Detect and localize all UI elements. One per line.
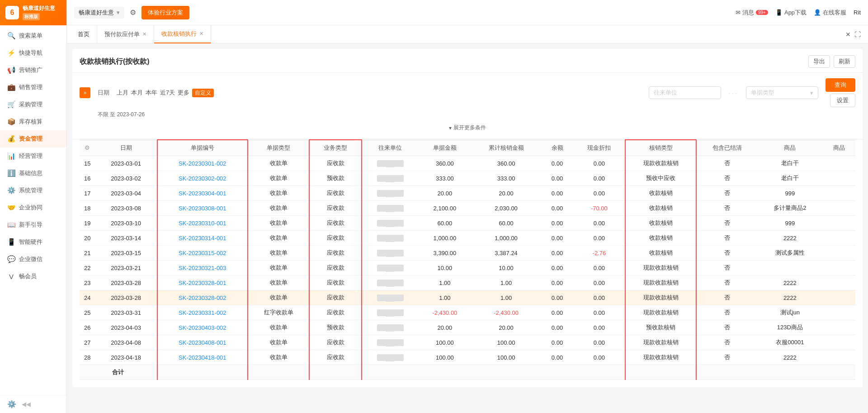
table-row: 28 2023-04-18 SK-20230418-001 收款单 应收款 ██…	[80, 350, 855, 365]
cell-amount: 1,000.00	[418, 231, 472, 246]
settings-button[interactable]: 设置	[830, 94, 855, 107]
cell-product1: 老白干	[757, 156, 823, 171]
this-year-btn[interactable]: 本年	[146, 89, 157, 97]
expand-more-conditions[interactable]: ▾ 展开更多条件	[80, 122, 855, 133]
cell-include-settled: 否	[696, 350, 757, 365]
app-download-button[interactable]: 📱 App下载	[775, 9, 807, 17]
cell-cash-discount: 0.00	[574, 261, 626, 275]
cell-cumulative: 20.00	[472, 186, 541, 201]
sidebar-item-purchase[interactable]: 🛒采购管理	[0, 96, 66, 113]
voucher-no-link[interactable]: SK-20230315-002	[179, 250, 226, 256]
gear-icon[interactable]: ⚙	[130, 8, 136, 17]
voucher-type-select[interactable]: 单据类型 ▾	[746, 86, 818, 99]
company-selector[interactable]: 畅康道好生意 ▾	[74, 7, 124, 19]
voucher-no-link[interactable]: SK-20230328-001	[179, 280, 226, 286]
sidebar-item-member[interactable]: V畅会员	[0, 268, 66, 285]
cell-product1: 123D商品	[757, 320, 823, 335]
cell-voucher-type: 收款单	[248, 231, 310, 246]
cell-amount: 20.00	[418, 186, 472, 201]
cell-amount: 1.00	[418, 275, 472, 290]
sidebar-item-inventory[interactable]: 📦库存核算	[0, 113, 66, 130]
fullscreen-icon[interactable]: ⛶	[854, 31, 861, 38]
settings-icon[interactable]: ⚙️	[7, 400, 16, 408]
cell-product2	[823, 290, 855, 305]
cell-partner: ██	[362, 186, 418, 201]
voucher-no-link[interactable]: SK-20230310-001	[179, 220, 226, 227]
partner-input[interactable]: 往来单位	[649, 86, 721, 99]
cell-voucher-no: SK-20230314-001	[157, 231, 248, 246]
sidebar-item-search[interactable]: 🔍搜索菜单	[0, 27, 66, 44]
sidebar-item-system[interactable]: ⚙️系统管理	[0, 182, 66, 199]
cell-amount: 360.00	[418, 156, 472, 171]
cell-balance: 0.00	[541, 350, 573, 365]
close-tab-receipt-icon[interactable]: ✕	[199, 31, 203, 37]
query-button[interactable]: 查询	[826, 78, 855, 92]
sidebar-label-sales: 销售管理	[19, 83, 42, 91]
table-wrapper: ⚙ 日期 单据编号 单据类型 业务类型 往来单位 单据金额 累计核销金额 余额 …	[72, 139, 863, 387]
enterprise-icon: 🤝	[7, 204, 15, 212]
voucher-no-link[interactable]: SK-20230418-001	[179, 354, 226, 361]
voucher-no-link[interactable]: SK-20230328-002	[179, 294, 226, 301]
sidebar-item-sales[interactable]: 💼销售管理	[0, 79, 66, 96]
col-setting-header[interactable]: ⚙	[80, 140, 95, 156]
cell-amount: 10.00	[418, 261, 472, 275]
table-header-row: ⚙ 日期 单据编号 单据类型 业务类型 往来单位 单据金额 累计核销金额 余额 …	[80, 140, 855, 156]
close-tab-prepay-icon[interactable]: ✕	[142, 31, 146, 37]
voucher-no-link[interactable]: SK-20230408-001	[179, 339, 226, 346]
voucher-no-link[interactable]: SK-20230301-002	[179, 160, 226, 167]
voucher-no-link[interactable]: SK-20230403-002	[179, 324, 226, 331]
select-chevron-icon: ▾	[810, 90, 813, 96]
voucher-no-link[interactable]: SK-20230302-002	[179, 175, 226, 182]
cell-amount: 2,100.00	[418, 201, 472, 216]
sidebar-item-nav[interactable]: ⚡快捷导航	[0, 44, 66, 62]
sidebar-item-marketing[interactable]: 📢营销推广	[0, 62, 66, 79]
voucher-no-link[interactable]: SK-20230304-001	[179, 190, 226, 197]
sidebar-item-guide[interactable]: 📖新手引导	[0, 216, 66, 233]
cell-cancel-type: 现款收款核销	[625, 261, 696, 275]
sidebar-item-wechat[interactable]: 💬企业微信	[0, 251, 66, 268]
last-month-btn[interactable]: 上月	[117, 89, 128, 97]
sidebar-item-operations[interactable]: 📊经营管理	[0, 147, 66, 165]
online-service-button[interactable]: 👤 在线客服	[814, 9, 846, 17]
filter-toggle-button[interactable]: »	[80, 87, 90, 98]
tab-home[interactable]: 首页	[71, 25, 97, 43]
page-header: 收款核销执行(按收款) 导出 刷新	[72, 49, 863, 73]
sidebar-item-basic[interactable]: ℹ️基础信息	[0, 165, 66, 182]
cell-product2	[823, 335, 855, 350]
cell-cash-discount: 0.00	[574, 305, 626, 320]
filter-dots: ···	[728, 90, 739, 96]
cell-amount: 100.00	[418, 350, 472, 365]
refresh-button[interactable]: 刷新	[834, 55, 855, 68]
cell-product1: 999	[757, 186, 823, 201]
tab-prepay[interactable]: 预付款应付单✕	[97, 25, 154, 43]
last-7days-btn[interactable]: 近7天	[160, 89, 175, 97]
cell-no: 26	[80, 320, 95, 335]
search-icon: 🔍	[7, 32, 15, 40]
voucher-no-link[interactable]: SK-20230308-001	[179, 205, 226, 212]
sidebar-item-finance[interactable]: 💰资金管理	[0, 130, 66, 147]
sales-icon: 💼	[7, 83, 15, 91]
page-header-actions: 导出 刷新	[808, 55, 855, 68]
cell-partner: ██	[362, 320, 418, 335]
industry-solution-button[interactable]: 体验行业方案	[142, 6, 189, 19]
export-button[interactable]: 导出	[808, 55, 830, 68]
cell-date: 2023-03-31	[95, 305, 157, 320]
page-content: 收款核销执行(按收款) 导出 刷新 » 日期 上月 本月 本年 近7天 更多	[67, 43, 868, 413]
main-area: 畅康道好生意 ▾ ⚙ 体验行业方案 ✉ 消息 99+ 📱 App下载 👤 在线客…	[67, 0, 868, 413]
voucher-no-link[interactable]: SK-20230331-002	[179, 309, 226, 316]
this-month-btn[interactable]: 本月	[131, 89, 143, 97]
close-tab-icon[interactable]: ✕	[845, 31, 851, 38]
cell-amount: 20.00	[418, 320, 472, 335]
custom-date-btn[interactable]: 自定义	[192, 89, 214, 97]
sidebar-item-enterprise[interactable]: 🤝企业协同	[0, 199, 66, 216]
voucher-no-link[interactable]: SK-20230321-003	[179, 265, 226, 271]
voucher-no-link[interactable]: SK-20230314-001	[179, 235, 226, 242]
collapse-icon[interactable]: ◀◀	[22, 401, 31, 408]
cell-biz-type: 应收款	[309, 246, 362, 261]
messages-button[interactable]: ✉ 消息 99+	[736, 9, 768, 17]
more-dates-btn[interactable]: 更多	[178, 89, 189, 97]
user-name[interactable]: Rit	[854, 9, 861, 16]
tab-receipt[interactable]: 收款核销执行✕	[154, 25, 211, 43]
cell-voucher-no: SK-20230403-002	[157, 320, 248, 335]
sidebar-item-hardware[interactable]: 📱智能硬件	[0, 233, 66, 251]
